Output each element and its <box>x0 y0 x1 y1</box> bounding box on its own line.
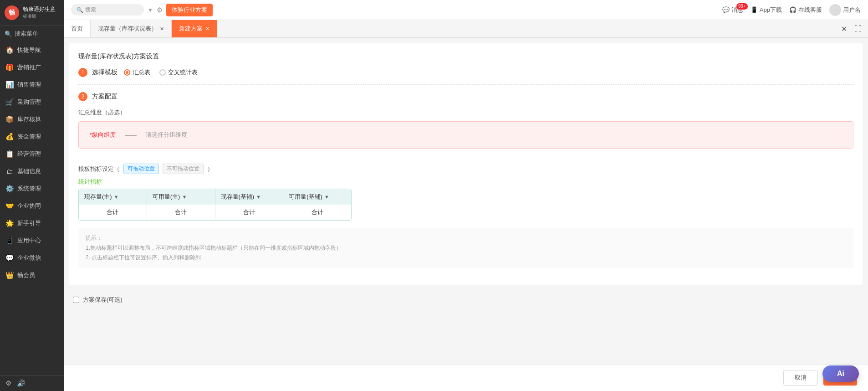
sidebar-item-inventory[interactable]: 📦 库存核算 <box>0 111 64 128</box>
sidebar-item-wechat[interactable]: 💬 企业微信 <box>0 249 64 267</box>
sidebar-item-purchase[interactable]: 🛒 采购管理 <box>0 93 64 111</box>
base-info-icon: 🗂 <box>5 168 14 175</box>
topbar: 🔍 搜索 ▼ ⚙ 体验行业方案 💬 消息 99+ 📱 App下载 🎧 在线客服 <box>64 0 868 20</box>
gear-icon[interactable]: ⚙ <box>157 6 163 14</box>
col-label-1: 可用量(主) <box>153 193 180 201</box>
chevron-0: ▼ <box>114 194 119 200</box>
sidebar-item-sales[interactable]: 📊 销售管理 <box>0 76 64 93</box>
tips-area: 提示： 1.拖动标题栏可以调整布局，不可跨维度或指标区域拖动标题栏（只能在同一维… <box>78 228 853 268</box>
tab-inventory-label: 现存量（库存状况表） <box>98 25 157 33</box>
cancel-button[interactable]: 取消 <box>783 370 818 386</box>
search-text: 搜索 <box>85 6 96 14</box>
username-label: 用户名 <box>843 6 861 14</box>
radio-dot-cross <box>159 69 166 76</box>
summary-dimension-label: 汇总维度（必选） <box>78 108 853 117</box>
save-scheme-area: 方案保存(可选) <box>64 290 868 309</box>
sidebar-item-label: 经营管理 <box>17 150 41 158</box>
tab-close-inventory[interactable]: ✕ <box>160 26 164 32</box>
radio-dot-summary <box>124 69 130 76</box>
sidebar-item-marketing[interactable]: 🎁 营销推广 <box>0 59 64 76</box>
tab-home[interactable]: 首页 <box>64 20 91 37</box>
wechat-icon: 💬 <box>5 254 14 262</box>
vip-icon: 👑 <box>5 271 14 279</box>
sales-icon: 📊 <box>5 81 14 89</box>
purchase-icon: 🛒 <box>5 98 14 106</box>
sidebar-item-cooperation[interactable]: 🤝 企业协同 <box>0 197 64 215</box>
sidebar-bottom: ⚙ 🔊 <box>0 375 64 391</box>
step2-num: 2 <box>78 92 87 101</box>
tab-close-ctrl[interactable]: ✕ <box>838 23 850 35</box>
chevron-3: ▼ <box>324 194 329 200</box>
settings-bottom-icon[interactable]: ⚙ <box>5 379 11 387</box>
sidebar-item-base-info[interactable]: 🗂 基础信息 <box>0 163 64 180</box>
non-draggable-text: 不可拖动位置 <box>167 165 199 173</box>
tabbar: 首页 现存量（库存状况表） ✕ 新建方案 ✕ ✕ ⛶ <box>64 20 868 38</box>
divider2 <box>78 156 853 156</box>
message-badge[interactable]: 💬 消息 99+ <box>722 6 743 14</box>
indicator-settings: 模板指标设定（ 可拖动位置 不可拖动位置 ） 统计指标 现存量(主) <box>78 164 853 221</box>
stats-col-2[interactable]: 现存量(基辅) ▼ <box>215 189 284 205</box>
sidebar-item-app-center[interactable]: 📱 应用中心 <box>0 232 64 249</box>
draggable-badge: 可拖动位置 <box>123 164 159 174</box>
sidebar-item-label: 系统管理 <box>17 185 41 193</box>
stats-col-0[interactable]: 现存量(主) ▼ <box>79 189 147 205</box>
sidebar-item-operations[interactable]: 📋 经营管理 <box>0 145 64 163</box>
radio-cross[interactable]: 交叉统计表 <box>159 68 198 77</box>
app-logo-icon: 畅 <box>5 5 19 20</box>
sidebar-item-label: 营销推广 <box>17 63 41 72</box>
tab-new-scheme-label: 新建方案 <box>179 25 203 33</box>
stats-cell-0: 合计 <box>79 205 147 220</box>
tab-close-new-scheme[interactable]: ✕ <box>205 26 209 32</box>
step1-label: 选择模板 <box>92 68 117 77</box>
topbar-search-box[interactable]: 🔍 搜索 <box>71 4 144 15</box>
indicator-label-row: 模板指标设定（ 可拖动位置 不可拖动位置 ） <box>78 164 853 174</box>
stats-col-3[interactable]: 可用量(基辅) ▼ <box>283 189 351 205</box>
sidebar-item-label: 资金管理 <box>17 133 41 141</box>
search-label: 搜索菜单 <box>15 30 38 38</box>
sidebar-search[interactable]: 🔍 搜索菜单 <box>0 26 64 41</box>
app-name: 畅康通好生意 <box>23 6 56 13</box>
divider1 <box>78 84 853 85</box>
finance-icon: 💰 <box>5 133 14 141</box>
industry-btn[interactable]: 体验行业方案 <box>166 4 213 16</box>
sidebar-item-label: 应用中心 <box>17 237 41 245</box>
topbar-left: 🔍 搜索 ▼ ⚙ 体验行业方案 <box>71 4 213 16</box>
ai-bubble[interactable]: Ai <box>822 365 859 382</box>
ai-label: Ai <box>837 370 844 378</box>
stats-table-body: 合计 合计 合计 合计 <box>79 205 351 220</box>
online-service[interactable]: 🎧 在线客服 <box>789 6 822 14</box>
user-menu[interactable]: 用户名 <box>829 4 861 16</box>
sidebar-item-vip[interactable]: 👑 畅会员 <box>0 267 64 284</box>
dash: —— <box>125 132 137 139</box>
tab-right-controls: ✕ ⛶ <box>838 23 868 35</box>
tab-inventory-status[interactable]: 现存量（库存状况表） ✕ <box>91 20 172 37</box>
sidebar-item-label: 销售管理 <box>17 81 41 89</box>
tab-expand-ctrl[interactable]: ⛶ <box>852 23 864 35</box>
main-panel: 现存量(库存状况表)方案设置 1 选择模板 汇总表 交叉统计表 <box>69 43 863 285</box>
app-name-block: 畅康通好生意 标准版 <box>23 6 56 20</box>
tab-new-scheme[interactable]: 新建方案 ✕ <box>172 20 217 37</box>
sidebar-item-system[interactable]: ⚙️ 系统管理 <box>0 180 64 197</box>
tab-home-label: 首页 <box>71 25 83 33</box>
indicator-label-text: 模板指标设定（ <box>78 165 120 173</box>
chevron-1: ▼ <box>182 194 187 200</box>
sidebar-item-quick-nav[interactable]: 🏠 快捷导航 <box>0 41 64 59</box>
onboarding-icon: 🌟 <box>5 219 14 227</box>
vertical-dim-label: *纵向维度 <box>90 131 116 139</box>
draggable-text: 可拖动位置 <box>128 165 155 173</box>
expand-icon[interactable]: ▼ <box>148 7 153 13</box>
sidebar-logo: 畅 畅康通好生意 标准版 <box>0 0 64 26</box>
user-avatar <box>829 4 841 16</box>
message-icon: 💬 <box>722 6 730 13</box>
stats-col-1[interactable]: 可用量(主) ▼ <box>147 189 215 205</box>
sidebar-item-onboarding[interactable]: 🌟 新手引导 <box>0 215 64 232</box>
sidebar-item-finance[interactable]: 💰 资金管理 <box>0 128 64 145</box>
sidebar-item-label: 新手引导 <box>17 219 41 227</box>
radio-summary[interactable]: 汇总表 <box>124 68 150 77</box>
bottom-actions: 取消 查询 <box>64 364 868 391</box>
save-checkbox[interactable] <box>73 297 79 303</box>
stats-cell-2: 合计 <box>215 205 284 220</box>
app-download[interactable]: 📱 App下载 <box>751 6 782 14</box>
audio-bottom-icon[interactable]: 🔊 <box>17 379 26 387</box>
sidebar-item-label: 采购管理 <box>17 98 41 106</box>
